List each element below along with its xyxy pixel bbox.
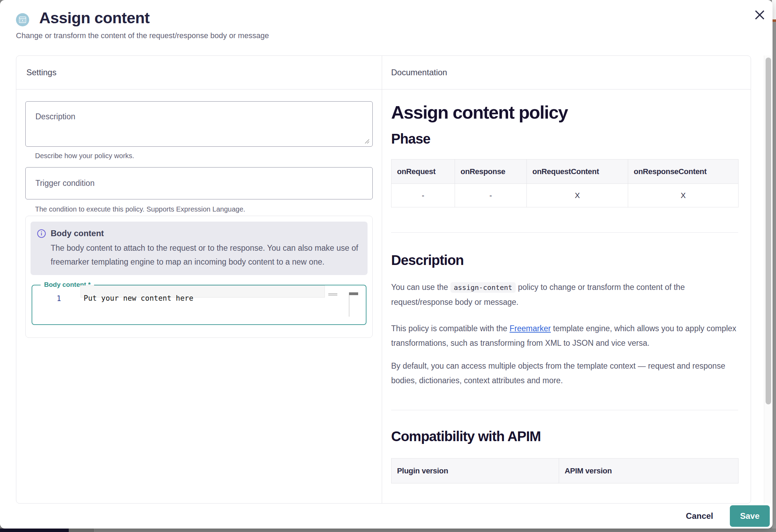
phase-value: - xyxy=(455,184,527,207)
compat-col-header: Plugin version xyxy=(391,458,559,483)
description-heading: Description xyxy=(391,252,742,268)
freemarker-link[interactable]: Freemarker xyxy=(509,324,551,333)
dialog-footer: Cancel Save xyxy=(0,504,773,529)
dialog-title: Assign content xyxy=(39,9,150,27)
phase-col-header: onRequest xyxy=(391,160,455,184)
editor-minimap xyxy=(328,293,337,295)
policy-icon xyxy=(16,13,29,26)
phase-col-header: onResponseContent xyxy=(628,160,739,184)
body-content-card: Body content The body content to attach … xyxy=(25,216,373,338)
scrollbar-thumb[interactable] xyxy=(766,58,771,404)
body-content-editor[interactable]: Body content * 1 Put your new content he… xyxy=(32,285,366,325)
dialog-header: Assign content Change or transform the c… xyxy=(0,0,773,55)
trigger-condition-hint: The condition to execute this policy. Su… xyxy=(35,205,373,214)
save-button[interactable]: Save xyxy=(730,505,770,527)
body-content-info-title: Body content xyxy=(51,229,104,238)
cancel-button[interactable]: Cancel xyxy=(681,508,718,524)
settings-panel: Settings Description Describe how your p… xyxy=(16,56,382,503)
screen: Assign content Change or transform the c… xyxy=(0,0,776,532)
compatibility-heading: Compatibility with APIM xyxy=(391,428,742,444)
phase-value: X xyxy=(527,184,628,207)
documentation-panel-header: Documentation xyxy=(382,56,751,89)
phase-value: - xyxy=(391,184,455,207)
background-page-bottom-edge xyxy=(0,529,776,532)
settings-panel-header: Settings xyxy=(16,56,382,89)
documentation-panel: Documentation Assign content policy Phas… xyxy=(382,56,751,503)
description-field[interactable]: Description xyxy=(25,101,373,147)
description-label: Description xyxy=(35,112,75,121)
compatibility-table: Plugin version APIM version xyxy=(391,458,739,483)
inline-code: assign-content xyxy=(450,282,516,293)
close-button[interactable] xyxy=(752,7,768,23)
dialog-subtitle: Change or transform the content of the r… xyxy=(16,31,269,40)
trigger-condition-field[interactable]: Trigger condition xyxy=(25,167,373,199)
editor-minimap-slider[interactable] xyxy=(349,292,358,295)
resize-handle-icon[interactable] xyxy=(364,138,370,144)
doc-title: Assign content policy xyxy=(391,103,742,122)
modal-scrollbar[interactable] xyxy=(764,55,772,504)
editor-line: 1 Put your new content here xyxy=(32,293,366,305)
window-plus-icon xyxy=(18,16,27,24)
phase-col-header: onResponse xyxy=(455,160,527,184)
assign-content-dialog: Assign content Change or transform the c… xyxy=(0,0,773,529)
body-content-info-text: The body content to attach to the reques… xyxy=(51,241,359,269)
body-content-info-banner: Body content The body content to attach … xyxy=(31,222,368,275)
documentation-content: Assign content policy Phase onRequest on… xyxy=(382,89,751,503)
phase-value: X xyxy=(628,184,739,207)
line-number: 1 xyxy=(32,293,81,305)
code-line[interactable]: Put your new content here xyxy=(81,293,193,305)
editor-minimap-border xyxy=(349,292,349,317)
phase-table: onRequest onResponse onRequestContent on… xyxy=(391,159,739,207)
description-hint: Describe how your policy works. xyxy=(35,151,373,160)
info-icon xyxy=(37,229,46,238)
section-divider xyxy=(391,410,738,410)
phase-col-header: onRequestContent xyxy=(527,160,628,184)
compat-col-header: APIM version xyxy=(559,458,739,483)
doc-paragraph-2: This policy is compatible with the Freem… xyxy=(391,321,742,350)
section-divider xyxy=(391,232,738,233)
background-sidebar-strip xyxy=(0,529,69,532)
close-icon xyxy=(753,9,766,21)
doc-paragraph-1: You can use the assign-content policy to… xyxy=(391,280,742,309)
phase-heading: Phase xyxy=(391,131,742,147)
trigger-condition-label: Trigger condition xyxy=(35,179,94,188)
dialog-content: Settings Description Describe how your p… xyxy=(16,55,751,504)
doc-paragraph-3: By default, you can access multiple obje… xyxy=(391,359,742,388)
